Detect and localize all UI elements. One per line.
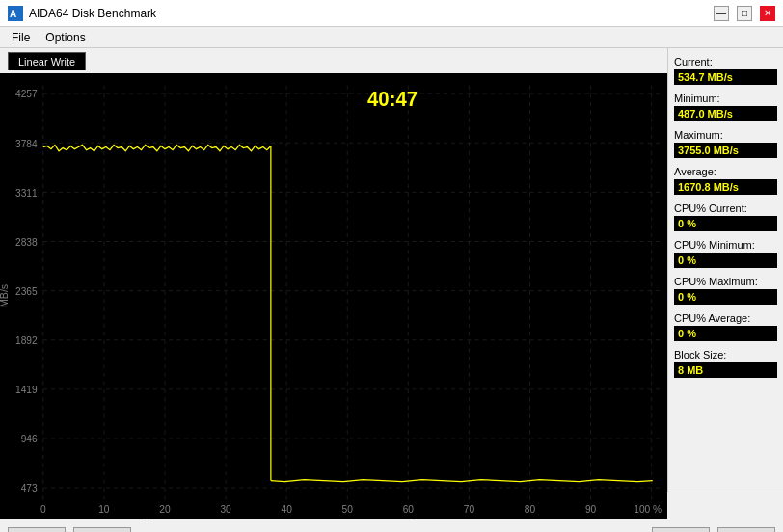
maximum-label: Maximum: — [674, 129, 777, 141]
btn-row: Start Stop Save Clear — [0, 525, 783, 532]
menu-options[interactable]: Options — [38, 29, 93, 46]
svg-text:4257: 4257 — [15, 89, 38, 99]
title-bar: A AIDA64 Disk Benchmark — □ ✕ — [0, 0, 783, 27]
cpu-current-value: 0 % — [674, 216, 777, 231]
stat-maximum: Maximum: 3755.0 MB/s — [674, 129, 777, 158]
svg-text:A: A — [10, 9, 16, 19]
minimum-value: 487.0 MB/s — [674, 106, 777, 121]
svg-text:70: 70 — [464, 503, 475, 514]
cpu-maximum-value: 0 % — [674, 289, 777, 305]
close-button[interactable]: ✕ — [760, 6, 775, 21]
cpu-average-value: 0 % — [674, 326, 777, 341]
svg-text:90: 90 — [585, 503, 597, 514]
app-icon: A — [8, 6, 23, 21]
current-value: 534.7 MB/s — [674, 69, 777, 85]
svg-text:100 %: 100 % — [634, 503, 662, 514]
stat-cpu-minimum: CPU% Minimum: 0 % — [674, 239, 777, 268]
svg-text:MB/s: MB/s — [0, 284, 10, 307]
svg-text:3784: 3784 — [15, 138, 38, 148]
chart-area: Linear Write 4257 3784 3311 2838 2365 18… — [0, 48, 667, 492]
tab-linear-write[interactable]: Linear Write — [8, 52, 86, 70]
cpu-average-label: CPU% Average: — [674, 312, 777, 324]
benchmark-chart: 4257 3784 3311 2838 2365 1892 1419 946 4… — [0, 75, 667, 519]
clear-button[interactable]: Clear — [717, 527, 775, 532]
svg-text:40: 40 — [281, 503, 292, 514]
cpu-current-label: CPU% Current: — [674, 202, 777, 214]
svg-text:2365: 2365 — [15, 286, 38, 297]
blocksize-value: 8 MB — [674, 362, 777, 378]
svg-text:0: 0 — [40, 503, 46, 514]
svg-text:40:47: 40:47 — [367, 88, 418, 111]
menu-bar: File Options — [0, 27, 783, 48]
maximize-button[interactable]: □ — [737, 6, 752, 21]
stat-cpu-current: CPU% Current: 0 % — [674, 202, 777, 231]
menu-file[interactable]: File — [4, 29, 38, 46]
tab-bar: Linear Write — [0, 48, 667, 75]
maximum-value: 3755.0 MB/s — [674, 143, 777, 158]
stat-average: Average: 1670.8 MB/s — [674, 166, 777, 195]
stat-current: Current: 534.7 MB/s — [674, 56, 777, 85]
svg-text:10: 10 — [98, 503, 110, 514]
minimum-label: Minimum: — [674, 93, 777, 104]
save-button[interactable]: Save — [652, 527, 710, 532]
average-label: Average: — [674, 166, 777, 177]
window-title: AIDA64 Disk Benchmark — [29, 7, 156, 20]
stat-cpu-average: CPU% Average: 0 % — [674, 312, 777, 341]
stats-panel: Current: 534.7 MB/s Minimum: 487.0 MB/s … — [667, 48, 783, 492]
stop-button[interactable]: Stop — [73, 527, 131, 532]
svg-text:946: 946 — [21, 434, 38, 444]
svg-text:50: 50 — [342, 503, 354, 514]
svg-text:2838: 2838 — [15, 237, 38, 248]
minimize-button[interactable]: — — [714, 6, 729, 21]
average-value: 1670.8 MB/s — [674, 179, 777, 195]
stat-blocksize: Block Size: 8 MB — [674, 349, 777, 378]
svg-text:1419: 1419 — [15, 385, 38, 395]
svg-text:1892: 1892 — [15, 335, 38, 346]
svg-text:80: 80 — [525, 503, 536, 514]
svg-text:60: 60 — [403, 503, 415, 514]
blocksize-label: Block Size: — [674, 349, 777, 360]
main-content: Linear Write 4257 3784 3311 2838 2365 18… — [0, 48, 783, 492]
svg-rect-2 — [0, 75, 667, 519]
cpu-minimum-label: CPU% Minimum: — [674, 239, 777, 251]
stat-cpu-maximum: CPU% Maximum: 0 % — [674, 276, 777, 305]
svg-text:473: 473 — [21, 483, 38, 493]
cpu-minimum-value: 0 % — [674, 253, 777, 268]
start-button[interactable]: Start — [8, 527, 66, 532]
svg-text:20: 20 — [159, 503, 171, 514]
cpu-maximum-label: CPU% Maximum: — [674, 276, 777, 287]
svg-text:30: 30 — [220, 503, 231, 514]
stat-minimum: Minimum: 487.0 MB/s — [674, 93, 777, 121]
current-label: Current: — [674, 56, 777, 67]
svg-text:3311: 3311 — [15, 187, 38, 198]
